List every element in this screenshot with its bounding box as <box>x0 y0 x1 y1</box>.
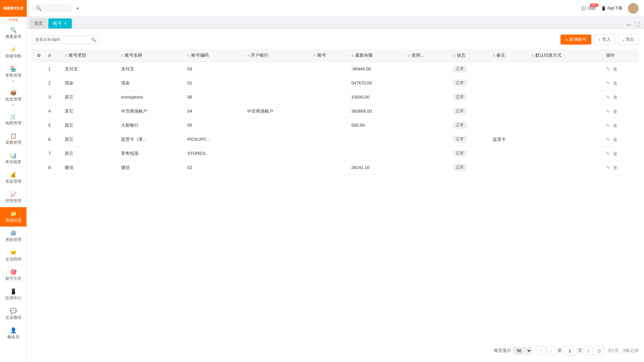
col-type[interactable]: ⇅ 账号类型 <box>62 49 118 62</box>
sidebar-item-retail-label: 零售管理 <box>5 73 21 78</box>
table-search-icon[interactable]: 🔍 <box>91 37 96 42</box>
import-button[interactable]: ↑ 导入 <box>594 34 615 45</box>
row-account <box>311 104 348 118</box>
row-default-settle <box>529 62 603 76</box>
header-left: 🔍 ▾ <box>32 4 78 12</box>
row-usage <box>405 118 450 132</box>
add-account-label: 新增账号 <box>569 37 587 43</box>
tab-minimize-button[interactable]: — <box>625 20 633 28</box>
row-balance: 10000.00 <box>348 90 405 104</box>
page-size-select[interactable]: 50 20 100 <box>513 347 532 355</box>
page-number-input[interactable] <box>563 346 577 355</box>
sort-default-icon: ⇅ <box>531 54 534 57</box>
delete-icon[interactable]: 🗑 <box>613 109 618 114</box>
sidebar-item-quick-nav[interactable]: ⚡ 快捷导航 <box>0 43 26 62</box>
import-icon: ↑ <box>598 37 601 42</box>
edit-icon[interactable]: ✎ <box>606 137 610 142</box>
member-icon: 👤 <box>10 327 17 334</box>
status-badge: 正常 <box>453 108 467 115</box>
delete-icon[interactable]: 🗑 <box>613 80 618 86</box>
message-badge: 99+ <box>590 3 598 7</box>
sidebar-item-purchase-mgmt[interactable]: 📋 采购管理 <box>0 129 26 149</box>
table-search-input[interactable] <box>35 37 89 42</box>
col-balance[interactable]: ⇅ 最新余额 <box>348 49 405 62</box>
row-bank <box>245 62 311 76</box>
edit-icon[interactable]: ✎ <box>606 109 610 114</box>
delete-icon[interactable]: 🗑 <box>613 137 618 142</box>
dropdown-toggle[interactable]: ▾ <box>76 6 78 11</box>
tab-account[interactable]: 账号 ✕ <box>48 18 72 28</box>
page-size-label: 每页显示 <box>494 348 511 354</box>
prev-page-button[interactable]: ⟨ <box>547 346 556 355</box>
col-status[interactable]: ⇅ 状态 <box>450 49 490 62</box>
delete-icon[interactable]: 🗑 <box>613 151 618 156</box>
sidebar-item-enterprise-wechat[interactable]: 💬 企业微信 <box>0 304 26 324</box>
sidebar-item-search-menu[interactable]: 🔍 搜索菜单 <box>0 23 26 43</box>
delete-icon[interactable]: 🗑 <box>613 123 618 128</box>
ecommerce-icon: 🛒 <box>10 113 17 120</box>
add-account-button[interactable]: + 新增账号 <box>560 35 591 45</box>
export-label: 导出 <box>626 37 634 43</box>
sidebar-item-new-guide[interactable]: 🎯 新手引导 <box>0 265 26 285</box>
enterprise-wechat-icon: 💬 <box>10 308 17 314</box>
row-status: 正常 <box>450 104 490 118</box>
delete-icon[interactable]: 🗑 <box>613 165 618 170</box>
export-button[interactable]: ↓ 导出 <box>618 34 639 45</box>
sidebar-item-retail-mgmt[interactable]: 🏪 零售管理 ▾ <box>0 62 26 86</box>
edit-icon[interactable]: ✎ <box>606 95 610 100</box>
edit-icon[interactable]: ✎ <box>606 123 610 128</box>
col-name[interactable]: ⇅ 账号名称 <box>118 49 185 62</box>
row-account <box>311 76 348 90</box>
row-settings <box>32 146 46 161</box>
col-note[interactable]: ⇅ 备注 <box>490 49 529 62</box>
table-search[interactable]: 🔍 <box>32 36 99 44</box>
edit-icon[interactable]: ✎ <box>606 66 610 72</box>
global-search[interactable]: 🔍 <box>32 4 72 12</box>
message-button[interactable]: 💬 消息 99+ <box>581 5 596 11</box>
col-account[interactable]: ⇅ 账号 <box>311 49 348 62</box>
sidebar-item-operations-mgmt[interactable]: 📈 经营管理 <box>0 188 26 207</box>
sidebar-item-basic-info[interactable]: 📁 基础信息 <box>0 207 26 227</box>
row-settings <box>32 161 46 175</box>
table-header-row: ⚙ # ⇅ 账号类型 ⇅ 账号名称 ⇅ 账号编码 ⇅ 开户银行 <box>32 49 639 62</box>
delete-icon[interactable]: 🗑 <box>613 66 618 72</box>
delete-icon[interactable]: 🗑 <box>613 95 618 100</box>
edit-icon[interactable]: ✎ <box>606 151 610 156</box>
header-right: 💬 消息 99+ 📱 App下载 <box>581 3 639 14</box>
logo-text: 畅捷通对生意 <box>3 6 23 11</box>
col-settings[interactable]: ⚙ <box>32 49 46 62</box>
row-note <box>490 62 529 76</box>
table-row: 7 其它 零售抵现 STORED... 正常 ✎ 🗑 <box>32 146 639 161</box>
row-default-settle <box>529 90 603 104</box>
row-code: STORED... <box>184 146 244 161</box>
sidebar-item-system-mgmt[interactable]: ⚙️ 系统管理 <box>0 227 26 246</box>
sidebar-item-inventory[interactable]: 📊 库存核算 <box>0 149 26 168</box>
next-page-button[interactable]: ⟩ <box>584 346 593 355</box>
sidebar-item-finance-mgmt[interactable]: 💰 资金管理 <box>0 168 26 188</box>
col-code[interactable]: ⇅ 账号编码 <box>184 49 244 62</box>
user-avatar[interactable] <box>628 3 639 14</box>
sidebar-item-wholesale-mgmt[interactable]: 📦 批发管理 ▾ <box>0 86 26 110</box>
col-usage[interactable]: ⇅ 使用... <box>405 49 450 62</box>
edit-icon[interactable]: ✎ <box>606 80 610 86</box>
col-bank[interactable]: ⇅ 开户银行 <box>245 49 311 62</box>
row-balance: 547670.00 <box>348 76 405 90</box>
sidebar-item-member[interactable]: 👤 畅会员 <box>0 324 26 343</box>
tab-close-icon[interactable]: ✕ <box>64 21 67 26</box>
last-page-button[interactable]: ⟩⟩ <box>594 346 604 355</box>
table-row: 5 其它 大新银行 05 500.00 正常 ✎ 🗑 <box>32 118 639 132</box>
tab-home[interactable]: 首页 <box>30 18 48 28</box>
edit-icon[interactable]: ✎ <box>606 165 610 170</box>
sidebar-item-enterprise-agreement[interactable]: 🤝 企业协同 <box>0 246 26 265</box>
sidebar-item-app-center[interactable]: 📱 应用中心 <box>0 285 26 304</box>
page-size-wrap: 每页显示 50 20 100 <box>494 347 532 355</box>
export-icon: ↓ <box>622 37 625 42</box>
row-status: 正常 <box>450 76 490 90</box>
first-page-button[interactable]: ⟨⟨ <box>536 346 545 355</box>
col-default-settle[interactable]: ⇅ 默认结算方式 <box>529 49 603 62</box>
tab-expand-button[interactable]: ⛶ <box>633 20 641 28</box>
global-search-input[interactable] <box>44 6 70 11</box>
row-default-settle <box>529 104 603 118</box>
sidebar-item-ecommerce-mgmt[interactable]: 🛒 电商管理 <box>0 110 26 129</box>
app-download-button[interactable]: 📱 App下载 <box>601 5 623 11</box>
